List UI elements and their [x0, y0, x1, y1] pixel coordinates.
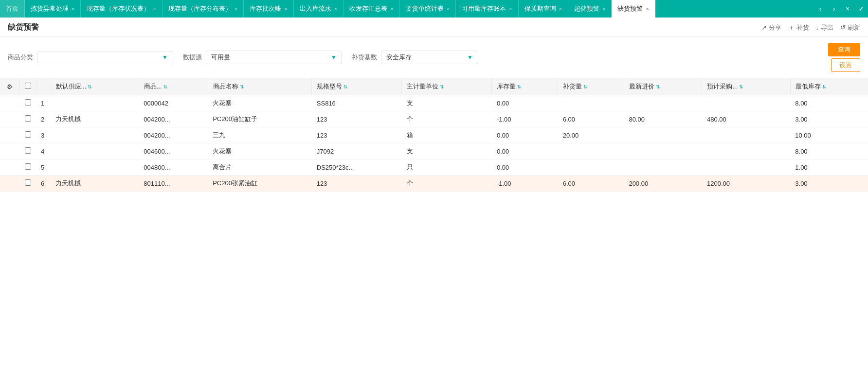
tab-available-ledger[interactable]: 可用量库存账本 ×	[456, 0, 518, 18]
tab-order-stats-close[interactable]: ×	[447, 6, 450, 12]
th-gear[interactable]: ⚙	[0, 78, 19, 95]
tab-inventory-dist-close[interactable]: ×	[235, 6, 237, 12]
row-checkbox-cell[interactable]	[19, 143, 36, 159]
th-unit[interactable]: 主计量单位 ⇅	[402, 78, 492, 95]
row-checkbox[interactable]	[25, 131, 31, 138]
query-button[interactable]: 查询	[828, 43, 860, 56]
th-replenish[interactable]: 补货量 ⇅	[558, 78, 624, 95]
table-row: 5 004800... 离合片 DS250*23c... 只 0.00 1.00	[0, 159, 868, 176]
tab-overstock-close[interactable]: ×	[602, 6, 605, 12]
gear-icon[interactable]: ⚙	[7, 83, 13, 90]
tab-order-stats[interactable]: 要货单统计表 ×	[400, 0, 456, 18]
table-header-row: ⚙ 默认供应... ⇅ 商品...	[0, 78, 868, 95]
tab-overstock-label: 超储预警	[574, 4, 599, 13]
row-supplier	[51, 95, 139, 111]
row-code: 004200...	[139, 111, 208, 127]
row-checkbox-cell[interactable]	[19, 95, 36, 111]
row-checkbox[interactable]	[25, 179, 31, 186]
datasource-select[interactable]: 可用量 ▼	[206, 51, 342, 64]
tab-close-all-btn[interactable]: ×	[841, 0, 854, 18]
row-supplier	[51, 127, 139, 143]
tab-prev-btn[interactable]: ‹	[814, 0, 827, 18]
th-stock[interactable]: 库存量 ⇅	[492, 78, 558, 95]
tab-overstock[interactable]: 超储预警 ×	[568, 0, 612, 18]
row-name: 火花塞	[208, 143, 312, 159]
row-replenish	[558, 159, 624, 176]
row-unit: 支	[402, 143, 492, 159]
tab-available-ledger-label: 可用量库存账本	[462, 4, 506, 13]
tab-available-ledger-close[interactable]: ×	[509, 6, 512, 12]
tab-shortage[interactable]: 缺货预警 ×	[612, 0, 655, 18]
replenish-btn[interactable]: ＋ 补货	[788, 23, 809, 32]
row-unit: 只	[402, 159, 492, 176]
row-checkbox-cell[interactable]	[19, 176, 36, 192]
row-checkbox[interactable]	[25, 99, 31, 106]
replenish-basis-select-arrow: ▼	[467, 54, 473, 61]
row-supplier: 力天机械	[51, 111, 139, 127]
tab-abnormal-close[interactable]: ×	[72, 6, 74, 12]
tab-receive-summary-close[interactable]: ×	[390, 6, 393, 12]
share-icon: ↗	[761, 24, 767, 31]
tab-batch-account-close[interactable]: ×	[284, 6, 287, 12]
refresh-btn[interactable]: ↺ 刷新	[840, 23, 860, 32]
replenish-basis-label: 补货基数	[352, 53, 377, 62]
row-gear-cell	[0, 159, 19, 176]
tab-home[interactable]: 首页	[0, 0, 25, 18]
settings-button[interactable]: 设置	[831, 58, 860, 72]
tab-abnormal[interactable]: 拣货异常处理 ×	[25, 0, 81, 18]
th-min-stock[interactable]: 最低库存 ⇅	[790, 78, 868, 95]
tab-next-btn[interactable]: ›	[827, 0, 841, 18]
row-gear-cell	[0, 95, 19, 111]
row-checkbox[interactable]	[25, 115, 31, 122]
th-estimated-purchase[interactable]: 预计采购... ⇅	[702, 78, 790, 95]
tab-receive-summary[interactable]: 收发存汇总表 ×	[344, 0, 399, 18]
tab-batch-account[interactable]: 库存批次账 ×	[244, 0, 293, 18]
tab-expiry-query[interactable]: 保质期查询 ×	[519, 0, 568, 18]
row-gear-cell	[0, 176, 19, 192]
th-checkbox[interactable]	[19, 78, 36, 95]
th-latest-price[interactable]: 最新进价 ⇅	[624, 78, 702, 95]
th-code-label: 商品...	[144, 82, 162, 91]
row-estimated-purchase	[702, 127, 790, 143]
row-latest-price: 200.00	[624, 176, 702, 192]
tab-inventory-status-close[interactable]: ×	[153, 6, 156, 12]
table-row: 2 力天机械 004200... PC200油缸缸子 123 个 -1.00 6…	[0, 111, 868, 127]
th-spec[interactable]: 规格型号 ⇅	[312, 78, 402, 95]
row-checkbox-cell[interactable]	[19, 159, 36, 176]
tab-fullscreen-btn[interactable]: ⤢	[854, 0, 868, 18]
row-checkbox[interactable]	[25, 163, 31, 170]
share-btn[interactable]: ↗ 分享	[761, 23, 781, 32]
row-latest-price	[624, 143, 702, 159]
row-replenish	[558, 95, 624, 111]
tab-expiry-query-label: 保质期查询	[524, 4, 556, 13]
row-name: PC200油缸缸子	[208, 111, 312, 127]
row-spec: 123	[312, 111, 402, 127]
code-sort-icon: ⇅	[163, 84, 167, 89]
share-label: 分享	[769, 23, 781, 32]
th-supplier[interactable]: 默认供应... ⇅	[51, 78, 139, 95]
replenish-basis-select[interactable]: 安全库存 ▼	[381, 51, 478, 64]
category-filter-group: 商品分类 ▼	[8, 52, 173, 63]
tab-inventory-dist[interactable]: 现存量（库存分布表） ×	[163, 0, 244, 18]
row-name: PC200张紧油缸	[208, 176, 312, 192]
row-checkbox[interactable]	[25, 147, 31, 154]
th-name[interactable]: 商品名称 ⇅	[208, 78, 312, 95]
tab-order-stats-label: 要货单统计表	[406, 4, 444, 13]
stock-sort-icon: ⇅	[517, 84, 521, 89]
select-all-checkbox[interactable]	[25, 83, 31, 89]
row-min-stock: 10.00	[790, 127, 868, 143]
tab-shortage-close[interactable]: ×	[646, 6, 649, 12]
th-code[interactable]: 商品... ⇅	[139, 78, 208, 95]
row-replenish: 6.00	[558, 111, 624, 127]
tab-inout-flow-close[interactable]: ×	[334, 6, 337, 12]
tab-batch-account-label: 库存批次账	[250, 4, 281, 13]
category-select[interactable]: ▼	[37, 52, 173, 63]
tab-expiry-query-close[interactable]: ×	[559, 6, 562, 12]
row-checkbox-cell[interactable]	[19, 111, 36, 127]
export-btn[interactable]: ↓ 导出	[816, 23, 834, 32]
row-checkbox-cell[interactable]	[19, 127, 36, 143]
row-estimated-purchase: 480.00	[702, 111, 790, 127]
tab-inout-flow[interactable]: 出入库流水 ×	[294, 0, 344, 18]
tab-inventory-status[interactable]: 现存量（库存状况表） ×	[81, 0, 162, 18]
table-row: 4 004600... 火花塞 J7092 支 0.00 8.00	[0, 143, 868, 159]
